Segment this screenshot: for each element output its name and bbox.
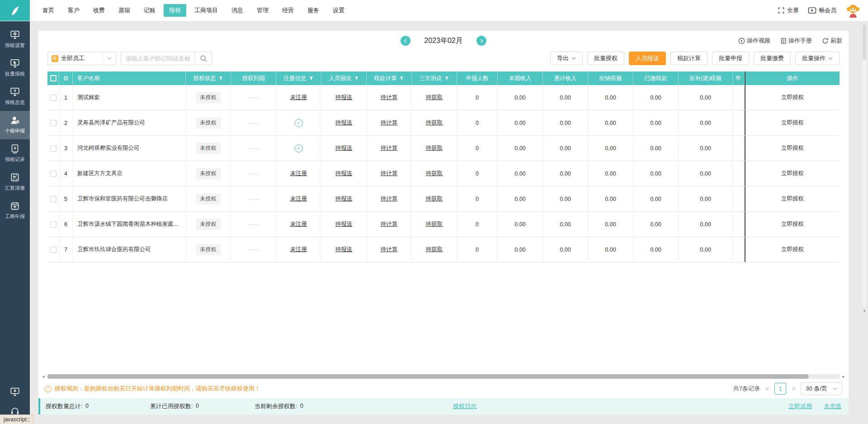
authorize-now-link[interactable]: 立即授权 [781,94,804,101]
sidebar-item-tax-overview[interactable]: ¥ 报税总览 [0,82,30,111]
try-now-link[interactable]: 立即试用 [788,402,812,410]
nav-item[interactable]: 经营 [277,4,299,17]
search-input[interactable] [121,52,195,65]
tax-calc-link[interactable]: 待计算 [381,220,398,228]
tri-agreement-link[interactable]: 待获取 [426,246,443,253]
prev-month-button[interactable] [401,36,410,46]
search-button[interactable] [195,52,212,65]
nav-item[interactable]: 服务 [302,4,325,17]
tax-calc-link[interactable]: 待计算 [381,94,398,101]
col-tri-agreement[interactable]: 三方协议 [412,71,457,85]
person-report-link[interactable]: 待报送 [335,119,353,127]
auth-log-link[interactable]: 授权日志 [453,402,476,410]
operation-manual-link[interactable]: 操作手册 [780,37,812,45]
scroll-down-arrow-icon[interactable]: ▼ [862,309,867,313]
nav-item[interactable]: 记账 [138,4,161,17]
register-link[interactable]: 未注册 [290,170,307,177]
tri-agreement-link[interactable]: 待获取 [426,144,443,152]
fullscreen-button[interactable]: 全屏 [778,6,799,14]
row-checkbox[interactable] [50,247,57,253]
col-auth-status[interactable]: 授权状态 [186,71,231,85]
nav-item[interactable]: 工商项目 [189,4,223,17]
nav-item[interactable]: 收费 [88,4,110,17]
action-button[interactable]: 税款计算 [670,52,708,65]
person-report-link[interactable]: 待报送 [335,170,353,177]
register-link[interactable]: 未注册 [290,246,307,253]
row-checkbox[interactable] [50,221,57,228]
download-client-button[interactable] [9,387,20,397]
scroll-right-arrow-icon[interactable]: ► [841,375,846,379]
register-link[interactable]: 未注册 [290,195,307,203]
sidebar-item-batch-tax[interactable]: 批量报税 [0,54,30,82]
action-button[interactable]: 批量申报 [712,52,749,65]
nav-item[interactable]: 首页 [37,4,60,17]
nav-item[interactable]: 消息 [226,4,249,17]
authorize-now-link[interactable]: 立即授权 [781,170,804,177]
hscroll-track[interactable] [47,374,840,379]
nav-item[interactable]: 票据 [113,4,136,17]
authorize-now-link[interactable]: 立即授权 [781,246,804,253]
column-settings-gear-icon[interactable]: ⚙ [63,75,69,81]
sidebar-item-tax-settings[interactable]: 报税设置 [0,25,30,54]
operation-video-link[interactable]: 操作视频 [738,37,770,45]
person-report-link[interactable]: 待报送 [335,246,353,253]
vscroll-thumb[interactable] [863,24,866,60]
sidebar-item-tax-records[interactable]: ¥ 报税记录 [0,139,30,168]
action-button[interactable]: 导出 [550,52,583,65]
row-checkbox[interactable] [50,145,57,152]
sidebar-item-personal-tax[interactable]: ¥ 个税申报 [0,111,30,139]
action-button[interactable]: 批量授权 [587,52,624,65]
tri-agreement-link[interactable]: 待获取 [426,170,443,177]
row-checkbox[interactable] [50,171,57,177]
tax-calc-link[interactable]: 待计算 [381,170,398,177]
col-register-info[interactable]: 注册信息 [276,71,321,85]
action-button[interactable]: 人员报送 [629,52,666,65]
scroll-left-arrow-icon[interactable]: ◄ [41,375,46,379]
tri-agreement-link[interactable]: 待获取 [426,94,443,101]
page-number[interactable]: 1 [774,383,786,395]
row-checkbox[interactable] [50,120,57,126]
col-tax-calc[interactable]: 税款计算 [367,71,412,85]
next-page-button[interactable]: > [792,385,795,392]
vertical-scrollbar[interactable]: ▼ [862,24,867,306]
register-link[interactable]: 未注册 [290,220,307,228]
authorize-now-link[interactable]: 立即授权 [781,220,804,228]
prev-page-button[interactable]: < [765,385,769,392]
nav-item[interactable]: 报税 [164,4,186,17]
member-button[interactable]: 畅会员 [808,6,836,14]
next-month-button[interactable] [476,36,486,46]
tri-agreement-link[interactable]: 待获取 [426,220,443,228]
row-checkbox[interactable] [50,196,57,202]
tax-calc-link[interactable]: 待计算 [381,119,398,127]
person-report-link[interactable]: 待报送 [335,144,353,152]
register-link[interactable]: 未注册 [290,94,307,101]
refresh-button[interactable]: 刷新 [822,37,842,45]
hscroll-thumb[interactable] [47,374,809,379]
nav-item[interactable]: 设置 [327,4,350,17]
tri-agreement-link[interactable]: 待获取 [426,119,443,127]
person-report-link[interactable]: 待报送 [335,94,353,101]
user-avatar[interactable] [845,3,861,18]
person-report-link[interactable]: 待报送 [335,195,353,203]
sidebar-item-label: 报税总览 [5,99,25,106]
page-size-select[interactable]: 30 条/页 [801,382,842,395]
person-report-link[interactable]: 待报送 [335,220,353,228]
select-all-checkbox[interactable] [50,75,57,81]
authorize-now-link[interactable]: 立即授权 [781,119,804,127]
nav-item[interactable]: 管理 [251,4,274,17]
action-button[interactable]: 批量操作 [795,52,840,65]
tax-calc-link[interactable]: 待计算 [381,246,398,253]
tax-calc-link[interactable]: 待计算 [381,195,398,203]
recharge-link[interactable]: 去充值 [824,402,841,410]
sidebar-item-annual-report[interactable]: 工商年报 [0,196,30,225]
row-checkbox[interactable] [50,95,57,101]
nav-item[interactable]: 客户 [62,4,85,17]
authorize-now-link[interactable]: 立即授权 [781,144,804,152]
sidebar-item-final-settlement[interactable]: 汇算清缴 [0,168,30,196]
authorize-now-link[interactable]: 立即授权 [781,195,804,203]
employee-select[interactable]: 组 全部员工 [47,52,116,65]
tri-agreement-link[interactable]: 待获取 [426,195,443,203]
col-person-report[interactable]: 人员报送 [321,71,367,85]
tax-calc-link[interactable]: 待计算 [381,144,398,152]
action-button[interactable]: 批量缴费 [754,52,791,65]
